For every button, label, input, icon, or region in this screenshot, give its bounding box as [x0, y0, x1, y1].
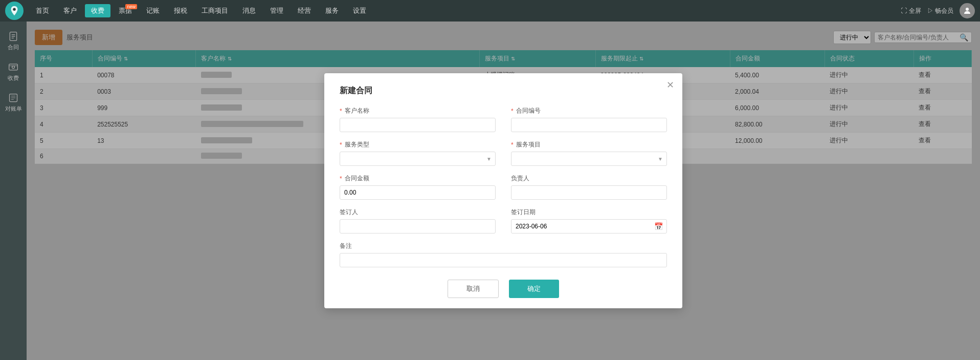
service-type-select[interactable] [340, 152, 496, 166]
sidebar-item-statement[interactable]: 对账单 [2, 88, 25, 117]
contract-no-row: * 合同编号 [511, 107, 667, 132]
logo [5, 2, 24, 20]
sidebar-statement-label: 对账单 [5, 105, 22, 113]
modal-overlay: ✕ 新建合同 * 客户名称 * 合同编号 [27, 22, 980, 360]
sidebar-contract-label: 合同 [8, 44, 19, 51]
sign-date-wrap: 📅 [511, 219, 667, 234]
nav-customer[interactable]: 客户 [57, 4, 83, 17]
main-layout: 合同 收费 对账单 [0, 22, 980, 360]
modal-title: 新建合同 [340, 86, 667, 96]
sidebar-fee-label: 收费 [8, 74, 19, 82]
svg-rect-6 [9, 64, 18, 70]
new-badge: new [125, 4, 137, 9]
sidebar-item-contract[interactable]: 合同 [2, 27, 25, 55]
signer-row: 签订人 [340, 208, 496, 234]
modal-dialog: ✕ 新建合同 * 客户名称 * 合同编号 [324, 73, 682, 308]
nav-settings[interactable]: 设置 [347, 4, 372, 17]
nav-ticket[interactable]: 票据 new [113, 4, 138, 17]
contract-amount-input[interactable] [340, 185, 496, 200]
notes-row: 备注 [340, 242, 667, 267]
sign-date-input[interactable] [511, 219, 667, 234]
contract-amount-row: * 合同金额 [340, 174, 496, 200]
contract-icon [8, 31, 19, 42]
svg-point-0 [13, 8, 16, 11]
cancel-button[interactable]: 取消 [448, 280, 499, 298]
notes-label: 备注 [340, 242, 667, 250]
modal-close-button[interactable]: ✕ [666, 80, 674, 90]
service-item-row: * 服务项目 [511, 140, 667, 166]
service-type-row: * 服务类型 [340, 140, 496, 166]
nav-accounting[interactable]: 记账 [140, 4, 166, 17]
service-type-select-wrap [340, 152, 496, 166]
signer-input[interactable] [340, 219, 496, 234]
fullscreen-btn[interactable]: ⛶ 全屏 [901, 7, 921, 15]
nav-manage[interactable]: 管理 [264, 4, 289, 17]
fee-icon [8, 61, 19, 73]
signer-label: 签订人 [340, 208, 496, 217]
sidebar-item-fee[interactable]: 收费 [2, 57, 25, 86]
svg-point-7 [12, 66, 15, 69]
nav-business[interactable]: 工商项目 [195, 4, 234, 17]
service-type-label: * 服务类型 [340, 140, 496, 149]
customer-name-input[interactable] [340, 118, 496, 132]
service-item-select[interactable] [511, 152, 667, 166]
confirm-button[interactable]: 确定 [509, 280, 559, 298]
customer-name-row: * 客户名称 [340, 107, 496, 132]
nav-message[interactable]: 消息 [236, 4, 262, 17]
service-item-select-wrap [511, 152, 667, 166]
statement-icon [8, 92, 19, 103]
contract-no-label: * 合同编号 [511, 107, 667, 115]
contract-no-input[interactable] [511, 118, 667, 132]
responsible-label: 负责人 [511, 174, 667, 183]
responsible-input[interactable] [511, 185, 667, 200]
content-area: 新增 服务项目 进行中 已完成 已终止 🔍 序号 合同 [27, 22, 980, 360]
service-item-label: * 服务项目 [511, 140, 667, 149]
notes-input[interactable] [340, 253, 667, 267]
member-btn[interactable]: ▷ 畅会员 [927, 7, 953, 15]
sign-date-label: 签订日期 [511, 208, 667, 217]
nav-tax[interactable]: 报税 [168, 4, 193, 17]
svg-point-1 [966, 8, 969, 11]
nav-right: ⛶ 全屏 ▷ 畅会员 [901, 3, 975, 18]
modal-footer: 取消 确定 [340, 280, 667, 298]
nav-home[interactable]: 首页 [30, 4, 55, 17]
sign-date-row: 签订日期 📅 [511, 208, 667, 234]
nav-service[interactable]: 服务 [319, 4, 345, 17]
nav-operation[interactable]: 经营 [292, 4, 317, 17]
avatar[interactable] [960, 3, 975, 18]
responsible-row: 负责人 [511, 174, 667, 200]
customer-name-label: * 客户名称 [340, 107, 496, 115]
form-grid: * 客户名称 * 合同编号 [340, 107, 667, 267]
contract-amount-label: * 合同金额 [340, 174, 496, 183]
nav-fee[interactable]: 收费 [85, 4, 110, 17]
sidebar: 合同 收费 对账单 [0, 22, 27, 360]
top-nav: 首页 客户 收费 票据 new 记账 报税 工商项目 消息 管理 经营 服务 设… [0, 0, 980, 22]
